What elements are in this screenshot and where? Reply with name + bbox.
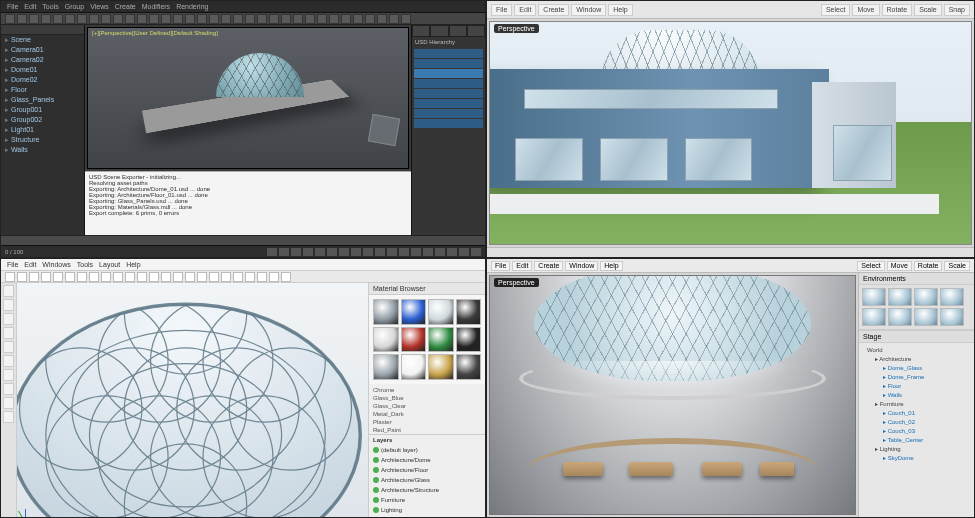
toolbar-button[interactable] xyxy=(5,272,15,282)
asset-thumbnail[interactable] xyxy=(940,308,964,326)
property-row[interactable] xyxy=(414,69,483,78)
toolbar-button[interactable] xyxy=(53,14,63,24)
toolbar-button[interactable] xyxy=(245,14,255,24)
material-swatch[interactable] xyxy=(456,327,482,353)
viewport-perspective[interactable] xyxy=(17,283,369,517)
tool-scale[interactable]: Scale xyxy=(944,261,970,271)
material-swatch[interactable] xyxy=(401,327,427,353)
toolbar-button[interactable] xyxy=(125,14,135,24)
vtoolbar-button[interactable] xyxy=(3,341,14,353)
viewport-perspective[interactable]: Perspective xyxy=(489,275,856,515)
outliner-node[interactable]: ▸ SkyDome xyxy=(863,453,970,462)
menu-edit[interactable]: Edit xyxy=(514,4,536,16)
tool-move[interactable]: Move xyxy=(852,4,879,16)
status-button[interactable] xyxy=(471,248,481,256)
menu-views[interactable]: Views xyxy=(90,3,109,10)
toolbar-button[interactable] xyxy=(113,272,123,282)
menu-file[interactable]: File xyxy=(491,4,512,16)
menu-file[interactable]: File xyxy=(7,261,18,268)
property-row[interactable] xyxy=(414,99,483,108)
outliner-node[interactable]: ▸ Furniture xyxy=(863,399,970,408)
menu-file[interactable]: File xyxy=(491,261,510,271)
menu-edit[interactable]: Edit xyxy=(24,261,36,268)
viewport-perspective[interactable]: [+][Perspective][User Defined][Default S… xyxy=(87,27,409,169)
menu-window[interactable]: Window xyxy=(571,4,606,16)
scene-node[interactable]: Camera02 xyxy=(1,55,84,65)
menu-help[interactable]: Help xyxy=(126,261,140,268)
material-swatch[interactable] xyxy=(373,299,399,325)
outliner-node[interactable]: ▸ Walls xyxy=(863,390,970,399)
vtoolbar-button[interactable] xyxy=(3,411,14,423)
vtoolbar-button[interactable] xyxy=(3,383,14,395)
status-button[interactable] xyxy=(375,248,385,256)
material-label[interactable]: Plaster xyxy=(373,418,481,426)
vtoolbar-button[interactable] xyxy=(3,285,14,297)
toolbar-button[interactable] xyxy=(221,272,231,282)
status-button[interactable] xyxy=(363,248,373,256)
material-swatch[interactable] xyxy=(456,299,482,325)
scene-node[interactable]: Walls xyxy=(1,145,84,155)
toolbar-button[interactable] xyxy=(197,272,207,282)
scene-node[interactable]: Glass_Panels xyxy=(1,95,84,105)
toolbar-button[interactable] xyxy=(341,14,351,24)
material-label[interactable]: Glass_Blue xyxy=(373,394,481,402)
layer-row[interactable]: Architecture/Dome xyxy=(373,455,481,465)
status-button[interactable] xyxy=(459,248,469,256)
material-swatch[interactable] xyxy=(401,299,427,325)
tool-rotate[interactable]: Rotate xyxy=(882,4,913,16)
toolbar-button[interactable] xyxy=(149,272,159,282)
toolbar-button[interactable] xyxy=(5,14,15,24)
asset-thumbnail[interactable] xyxy=(940,288,964,306)
material-swatch[interactable] xyxy=(428,299,454,325)
menu-window[interactable]: Window xyxy=(565,261,598,271)
status-button[interactable] xyxy=(327,248,337,256)
outliner-node[interactable]: ▸ Couch_01 xyxy=(863,408,970,417)
material-swatch[interactable] xyxy=(401,354,427,380)
property-row[interactable] xyxy=(414,89,483,98)
property-row[interactable] xyxy=(414,59,483,68)
asset-browser[interactable] xyxy=(859,285,974,330)
vtoolbar-button[interactable] xyxy=(3,313,14,325)
layer-panel[interactable]: Layers (default layer)Architecture/DomeA… xyxy=(369,434,485,517)
scene-explorer[interactable]: SceneCamera01Camera02Dome01Dome02FloorGl… xyxy=(1,25,85,235)
scene-node[interactable]: Group001 xyxy=(1,105,84,115)
toolbar-button[interactable] xyxy=(305,14,315,24)
toolbar-button[interactable] xyxy=(77,14,87,24)
scene-node[interactable]: Camera01 xyxy=(1,45,84,55)
vtoolbar-button[interactable] xyxy=(3,369,14,381)
visibility-toggle-icon[interactable] xyxy=(373,467,379,473)
layer-row[interactable]: Architecture/Floor xyxy=(373,465,481,475)
menu-layout[interactable]: Layout xyxy=(99,261,120,268)
toolbar-button[interactable] xyxy=(29,272,39,282)
property-row[interactable] xyxy=(414,109,483,118)
asset-thumbnail[interactable] xyxy=(888,288,912,306)
toolbar-button[interactable] xyxy=(197,14,207,24)
status-button[interactable] xyxy=(423,248,433,256)
vtoolbar-button[interactable] xyxy=(3,299,14,311)
toolbar-button[interactable] xyxy=(41,14,51,24)
material-swatch[interactable] xyxy=(456,354,482,380)
material-label[interactable]: Red_Paint xyxy=(373,426,481,434)
vtoolbar-button[interactable] xyxy=(3,327,14,339)
toolbar-button[interactable] xyxy=(317,14,327,24)
asset-thumbnail[interactable] xyxy=(862,308,886,326)
toolbar-button[interactable] xyxy=(17,272,27,282)
toolbar-button[interactable] xyxy=(233,272,243,282)
material-grid[interactable] xyxy=(369,295,485,384)
status-button[interactable] xyxy=(399,248,409,256)
status-button[interactable] xyxy=(303,248,313,256)
view-cube[interactable] xyxy=(368,114,400,146)
toolbar-button[interactable] xyxy=(353,14,363,24)
scene-node[interactable]: Light01 xyxy=(1,125,84,135)
toolbar-button[interactable] xyxy=(41,272,51,282)
toolbar-button[interactable] xyxy=(113,14,123,24)
asset-thumbnail[interactable] xyxy=(888,308,912,326)
menu-tools[interactable]: Tools xyxy=(77,261,93,268)
tab-create[interactable] xyxy=(412,25,430,37)
toolbar-button[interactable] xyxy=(185,272,195,282)
toolbar-button[interactable] xyxy=(257,272,267,282)
menu-group[interactable]: Group xyxy=(65,3,84,10)
status-button[interactable] xyxy=(267,248,277,256)
toolbar-button[interactable] xyxy=(257,14,267,24)
material-list[interactable]: ChromeGlass_BlueGlass_ClearMetal_DarkPla… xyxy=(369,384,485,435)
